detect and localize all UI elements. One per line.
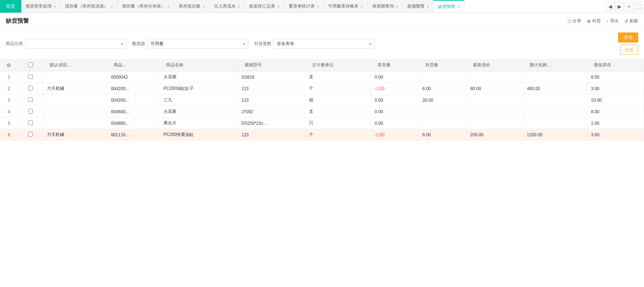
row-stock: 0.00 [371, 118, 418, 129]
tab-close-current[interactable]: × [625, 2, 633, 11]
datasource-chevron-icon: ▾ [243, 42, 245, 46]
row-unit: 箱 [305, 94, 371, 106]
tab-flow[interactable]: 出入库流水 × [210, 0, 245, 13]
tab-inventory-dist-close[interactable]: × [167, 4, 170, 9]
tab-overstock[interactable]: 超储预警 × [403, 0, 434, 13]
row-checkbox[interactable] [28, 120, 33, 125]
tab-home[interactable]: 首页 [0, 0, 21, 13]
tab-inventory-status-close[interactable]: × [110, 4, 113, 9]
row-supplier: 力天机械 [43, 83, 107, 94]
row-checkbox[interactable] [28, 86, 33, 90]
tab-demand[interactable]: 要货单统计表 × [284, 0, 324, 13]
tab-nav-next[interactable]: ▶ [615, 2, 624, 11]
tab-exception[interactable]: 拣货异常处理 × [21, 0, 61, 13]
replenish-icon: ⊕ [587, 19, 591, 24]
row-product-code: 004800... [107, 118, 160, 129]
row-est-purchase [523, 71, 587, 83]
export-button[interactable]: ↑ 导出 [606, 18, 619, 24]
tab-fullscreen[interactable]: ⛶ [634, 2, 643, 11]
table-row: 3 004200... 三九 123 箱 0.00 20.00 10.00 [0, 94, 644, 106]
row-checkbox[interactable] [28, 109, 33, 114]
refresh-button[interactable]: ↺ 刷新 [625, 18, 638, 24]
tab-flow-close[interactable]: × [238, 4, 240, 9]
col-spec[interactable]: 规格型号 [238, 59, 305, 71]
tab-expiry-close[interactable]: × [396, 4, 398, 9]
col-est-purchase[interactable]: 预计采购... [523, 59, 587, 71]
col-latest-price-label: 最新进价 [473, 62, 490, 67]
row-spec: SS816 [238, 71, 305, 83]
tab-expiry-label: 保质期查询 [372, 3, 394, 9]
settings-gear-icon[interactable]: ⚙ [6, 62, 11, 68]
col-stock-label: 库存量 [378, 62, 391, 67]
row-spec: J7092 [238, 106, 305, 118]
tab-shortage-label: 缺货预警 [438, 4, 455, 10]
col-supplier-label: 默认供应... [50, 62, 71, 67]
col-product-name[interactable]: 商品名称 [160, 59, 238, 71]
row-latest-price [466, 71, 523, 83]
row-checkbox[interactable] [28, 97, 33, 102]
row-product-name: 火花塞 [160, 71, 238, 83]
row-min-stock: 3.00 [587, 129, 644, 141]
tab-batch[interactable]: 库存批次账 × [174, 0, 209, 13]
tab-demand-close[interactable]: × [317, 4, 319, 9]
share-button[interactable]: ⬡ 分享 [567, 18, 581, 24]
col-settings[interactable]: ⚙ [0, 59, 18, 71]
col-supplier[interactable]: 默认供应... [43, 59, 107, 71]
col-product-code[interactable]: 商品... [107, 59, 160, 71]
tab-inventory-status[interactable]: 现存量（库存状况表） × [61, 0, 117, 13]
tab-available[interactable]: 可用量库存账本 × [324, 0, 367, 13]
table-row: 1 0000042 火花塞 SS816 支 0.00 8.00 [0, 71, 644, 83]
tab-inventory-dist-label: 现存量（库存分布表） [122, 3, 165, 9]
col-replenish-label: 补货量 [425, 62, 438, 67]
row-est-purchase [523, 106, 587, 118]
tab-shortage[interactable]: 缺货预警 × [434, 0, 464, 13]
tab-exception-close[interactable]: × [54, 4, 56, 9]
category-select[interactable]: ▾ [25, 39, 126, 49]
row-replenish: 20.00 [419, 94, 466, 106]
tab-overstock-close[interactable]: × [427, 4, 429, 9]
datasource-value: 可用量 [151, 41, 164, 47]
tab-available-close[interactable]: × [361, 4, 363, 9]
row-checkbox-cell [18, 129, 43, 141]
col-product-name-label: 商品名称 [166, 62, 183, 67]
row-replenish [419, 118, 466, 129]
row-min-stock: 8.00 [587, 71, 644, 83]
col-replenish[interactable]: 补货量 [419, 59, 466, 71]
row-est-purchase: 480.00 [523, 83, 587, 94]
datasource-select[interactable]: 可用量 ▾ [147, 39, 248, 49]
tab-collect[interactable]: 收发存汇总表 × [245, 0, 284, 13]
col-unit[interactable]: 主计量单位 [305, 59, 371, 71]
row-no: 1 [0, 71, 18, 83]
row-checkbox-cell [18, 83, 43, 94]
row-product-code: 004200... [107, 83, 160, 94]
col-min-stock[interactable]: 最低库存 [587, 59, 644, 71]
tab-expiry[interactable]: 保质期查询 × [368, 0, 403, 13]
tab-inventory-status-label: 现存量（库存状况表） [65, 3, 108, 9]
replenish-button[interactable]: ⊕ 补货 [587, 18, 601, 24]
table-row: 5 004800... 离合片 DS250*23c... 只 0.00 1.00 [0, 118, 644, 129]
page-header: 缺货预警 ⬡ 分享 ⊕ 补货 ↑ 导出 ↺ 刷新 [0, 13, 644, 28]
tab-nav-buttons: ◀ ▶ × ⛶ [604, 2, 644, 11]
page-container: 缺货预警 ⬡ 分享 ⊕ 补货 ↑ 导出 ↺ 刷新 商品分类 [0, 13, 644, 287]
tab-inventory-dist[interactable]: 现存量（库存分布表） × [118, 0, 174, 13]
select-all-checkbox[interactable] [28, 62, 33, 67]
replenish-base-select[interactable]: 安全库存 ▾ [274, 39, 375, 49]
col-stock[interactable]: 库存量 [371, 59, 418, 71]
settings-button[interactable]: 设置 [620, 45, 638, 55]
table-row: 2 力天机械 004200... PC200油缸缸子 123 个 -1.00 6… [0, 83, 644, 94]
row-spec: 123 [238, 94, 305, 106]
tab-shortage-close[interactable]: × [457, 5, 460, 9]
row-checkbox[interactable] [28, 132, 33, 137]
tab-collect-close[interactable]: × [277, 4, 279, 9]
col-latest-price[interactable]: 最新进价 [466, 59, 523, 71]
tab-batch-close[interactable]: × [203, 4, 205, 9]
tab-nav-prev[interactable]: ◀ [606, 2, 614, 11]
row-est-purchase [523, 118, 587, 129]
query-button[interactable]: 查询 [618, 32, 638, 43]
row-unit: 个 [305, 83, 371, 94]
category-chevron-icon: ▾ [121, 42, 123, 46]
row-latest-price [466, 118, 523, 129]
col-min-stock-label: 最低库存 [594, 62, 611, 67]
row-checkbox[interactable] [28, 74, 33, 79]
row-product-code: 004600... [107, 106, 160, 118]
